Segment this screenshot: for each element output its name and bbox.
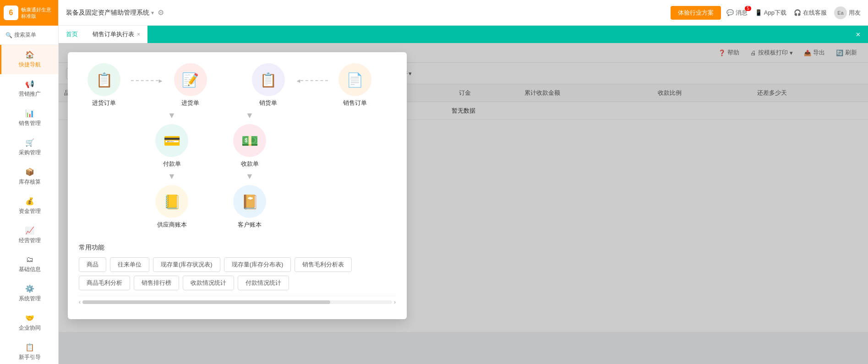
cf-buttons: 商品往来单位现存量(库存状况表)现存量(库存分布表)销售毛利分析表商品毛利分析销… bbox=[79, 257, 396, 290]
sidebar-item-quick-nav[interactable]: 🏠快捷导航 bbox=[0, 45, 58, 74]
payment-label: 付款单 bbox=[163, 160, 181, 168]
flow-col-payment: 💳 付款单 bbox=[147, 124, 197, 168]
sidebar-item-enterprise[interactable]: 🤝企业协同 bbox=[0, 308, 58, 337]
cf-button-8[interactable]: 付款情况统计 bbox=[238, 276, 289, 290]
topbar-title: 装备及固定资产辅助管理系统 ▾ ⚙ bbox=[66, 8, 665, 17]
nav-label-inventory: 库存核算 bbox=[19, 178, 41, 186]
cf-button-0[interactable]: 商品 bbox=[79, 257, 106, 272]
sidebar-item-sales[interactable]: 📊销售管理 bbox=[0, 103, 58, 133]
supplier-ledger-icon: 📒 bbox=[164, 194, 180, 210]
nav-label-system: 系统管理 bbox=[19, 295, 41, 303]
logo-text: 畅康通好生意 标准版 bbox=[21, 6, 51, 20]
purchase-bill-node: 📝 进货单 bbox=[165, 63, 216, 107]
sidebar-item-operations[interactable]: 📈经营管理 bbox=[0, 221, 58, 250]
tab-close-icon[interactable]: × bbox=[137, 31, 140, 38]
logo-icon: 6 bbox=[4, 5, 18, 20]
sales-bill-circle[interactable]: 📋 bbox=[252, 63, 285, 96]
sales-bill-icon: 📋 bbox=[260, 72, 277, 88]
purchase-order-label: 进货订单 bbox=[92, 99, 116, 107]
nav-icon-marketing: 📢 bbox=[25, 80, 34, 88]
arrow-down-purchase: ▼ bbox=[147, 111, 197, 120]
system-title-dropdown[interactable]: 装备及固定资产辅助管理系统 ▾ bbox=[66, 9, 154, 17]
sidebar-item-marketing[interactable]: 📢营销推广 bbox=[0, 74, 58, 103]
cf-button-7[interactable]: 收款情况统计 bbox=[183, 276, 234, 290]
app-download-button[interactable]: 📱 App下载 bbox=[755, 9, 786, 17]
cf-button-4[interactable]: 销售毛利分析表 bbox=[295, 257, 352, 272]
nav-icon-newbie: 📋 bbox=[25, 343, 34, 352]
supplier-ledger-node: 📒 供应商账本 bbox=[147, 185, 197, 229]
search-menu-button[interactable]: 🔍 搜索菜单 bbox=[4, 29, 55, 41]
sidebar-item-newbie[interactable]: 📋新手引导 bbox=[0, 337, 58, 364]
purchase-order-circle[interactable]: 📋 bbox=[87, 63, 120, 96]
sales-order-circle[interactable]: 📄 bbox=[338, 63, 371, 96]
gear-icon[interactable]: ⚙ bbox=[158, 8, 164, 17]
sidebar-item-system[interactable]: ⚙️系统管理 bbox=[0, 279, 58, 308]
flow-row-1: 📋 进货订单 ► bbox=[79, 63, 396, 107]
cf-button-1[interactable]: 往来单位 bbox=[110, 257, 149, 272]
purchase-bill-circle[interactable]: 📝 bbox=[174, 63, 207, 96]
cf-button-6[interactable]: 销售排行榜 bbox=[134, 276, 179, 290]
tab-home[interactable]: 首页 bbox=[59, 26, 85, 43]
nav-label-basic-info: 基础信息 bbox=[19, 266, 41, 273]
payment-icon: 💳 bbox=[164, 133, 180, 149]
supplier-ledger-circle[interactable]: 📒 bbox=[155, 185, 188, 218]
close-all-tabs-button[interactable]: ✕ bbox=[852, 29, 864, 40]
tabbar: 首页 销售订单执行表 × ✕ bbox=[59, 26, 868, 43]
scrollbar-thumb[interactable] bbox=[82, 300, 330, 304]
online-service-button[interactable]: 🎧 在线客服 bbox=[794, 9, 827, 17]
popup-overlay[interactable]: 📋 进货订单 ► bbox=[59, 43, 868, 364]
flow-col-purchase-order: 📋 进货订单 bbox=[79, 63, 129, 107]
nav-icon-inventory: 📦 bbox=[25, 168, 34, 176]
arrow-right-icon-1: ► bbox=[158, 77, 164, 84]
app-wrapper: 6 畅康通好生意 标准版 🔍 搜索菜单 🏠快捷导航📢营销推广📊销售管理🛒采购管理… bbox=[0, 0, 868, 364]
message-button[interactable]: 💬 消息 5 bbox=[726, 9, 748, 17]
flow-diagram: 📋 进货订单 ► bbox=[79, 63, 396, 233]
receipt-circle[interactable]: 💵 bbox=[233, 124, 266, 157]
cf-button-3[interactable]: 现存量(库存分布表) bbox=[224, 257, 291, 272]
sidebar-item-basic-info[interactable]: 🗂基础信息 bbox=[0, 250, 58, 279]
cf-button-2[interactable]: 现存量(库存状况表) bbox=[153, 257, 220, 272]
nav-label-operations: 经营管理 bbox=[19, 237, 41, 244]
arrow-down-icon-3: ▼ bbox=[168, 172, 176, 181]
customer-ledger-circle[interactable]: 📔 bbox=[233, 185, 266, 218]
message-badge: 5 bbox=[745, 6, 751, 11]
avatar: Ea bbox=[834, 6, 847, 19]
payment-circle[interactable]: 💳 bbox=[155, 124, 188, 157]
purchase-bill-icon: 📝 bbox=[182, 72, 199, 88]
topbar-actions: 💬 消息 5 📱 App下载 🎧 在线客服 Ea 用友 bbox=[726, 6, 861, 19]
customer-ledger-label: 客户账本 bbox=[238, 221, 262, 229]
payment-node: 💳 付款单 bbox=[147, 124, 197, 168]
flow-row-arrows-2: ▼ ▼ bbox=[79, 172, 396, 181]
scroll-left-button[interactable]: ‹ bbox=[79, 299, 81, 305]
sidebar-item-finance[interactable]: 💰资金管理 bbox=[0, 191, 58, 221]
popup: 📋 进货订单 ► bbox=[68, 52, 407, 319]
trial-button[interactable]: 体验行业方案 bbox=[671, 6, 721, 20]
sidebar-search[interactable]: 🔍 搜索菜单 bbox=[0, 26, 58, 45]
arrow-down-icon-2: ▼ bbox=[246, 111, 254, 120]
user-info[interactable]: Ea 用友 bbox=[834, 6, 861, 19]
sidebar-item-purchase[interactable]: 🛒采购管理 bbox=[0, 133, 58, 162]
nav-label-finance: 资金管理 bbox=[19, 207, 41, 215]
nav-label-sales: 销售管理 bbox=[19, 120, 41, 127]
supplier-ledger-label: 供应商账本 bbox=[157, 221, 187, 229]
nav-label-purchase: 采购管理 bbox=[19, 149, 41, 157]
popup-scrollbar: ‹ › bbox=[79, 296, 396, 308]
topbar: 装备及固定资产辅助管理系统 ▾ ⚙ 体验行业方案 💬 消息 5 📱 App下载 … bbox=[59, 0, 868, 26]
nav-label-newbie: 新手引导 bbox=[19, 353, 41, 361]
receipt-icon: 💵 bbox=[241, 133, 258, 149]
cf-button-5[interactable]: 商品毛利分析 bbox=[79, 276, 130, 290]
sidebar-item-inventory[interactable]: 📦库存核算 bbox=[0, 162, 58, 191]
flow-col-customer: 📔 客户账本 bbox=[224, 185, 275, 229]
flow-col-supplier: 📒 供应商账本 bbox=[147, 185, 197, 229]
receipt-node: 💵 收款单 bbox=[224, 124, 275, 168]
message-icon: 💬 bbox=[726, 9, 734, 16]
nav-icon-finance: 💰 bbox=[25, 197, 34, 206]
content-area: ❓ 帮助 🖨 按模板打印 ▾ 📤 导出 🔄 刷新 bbox=[59, 43, 868, 364]
tab-sales-order-exec[interactable]: 销售订单执行表 × bbox=[85, 26, 147, 43]
arrow-line-1 bbox=[131, 80, 158, 81]
flow-col-sales-order: 📄 销售订单 bbox=[330, 63, 380, 107]
flow-col-sales-bill: 📋 销货单 bbox=[243, 63, 294, 107]
app-icon: 📱 bbox=[755, 9, 762, 16]
arrow-line-2 bbox=[300, 80, 328, 81]
scroll-right-button[interactable]: › bbox=[394, 299, 396, 305]
